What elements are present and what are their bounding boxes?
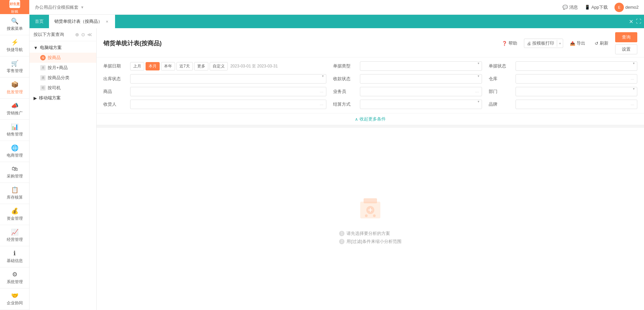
date-btn-custom[interactable]: 自定义 <box>210 62 228 70</box>
left-panel-header: 按以下方案查询 ⊕ ⊙ ≪ <box>30 28 96 41</box>
staff-input[interactable]: ··· <box>360 87 482 96</box>
tab-sales-stats[interactable]: 销货单统计表（按商品） ✕ <box>49 15 115 28</box>
tree-child-by-category[interactable]: 类 按商品分类 <box>30 73 96 83</box>
sidebar-item-ecommerce[interactable]: 🌐 电商管理 <box>0 141 29 162</box>
sidebar-item-finance[interactable]: 💰 资金管理 <box>0 204 29 225</box>
sidebar-item-retail[interactable]: 🛒 零售管理 <box>0 56 29 78</box>
operations-label: 经营管理 <box>7 237 23 243</box>
brand-input[interactable]: ··· <box>516 100 637 109</box>
basic-icon: ℹ <box>13 250 16 257</box>
app-download-btn[interactable]: 📱 App下载 <box>585 4 608 10</box>
page-actions: ❓ 帮助 🖨 按模板打印 ▾ 📤 导出 <box>499 32 637 54</box>
user-area[interactable]: E demo2 <box>614 3 639 12</box>
scheme-icon-product: 按 <box>40 55 46 60</box>
print-dropdown-btn[interactable]: ▾ <box>557 40 563 47</box>
avatar-initial: E <box>618 5 621 9</box>
help-btn[interactable]: ❓ 帮助 <box>499 39 520 48</box>
out-control: 已出库 ▾ <box>130 74 326 84</box>
add-scheme-icon[interactable]: ⊕ <box>75 32 79 37</box>
svg-point-5 <box>365 214 368 217</box>
inventory-icon: 📋 <box>11 186 18 194</box>
payment-input[interactable] <box>360 100 482 109</box>
sidebar-item-sales[interactable]: 📊 销售管理 <box>0 120 29 141</box>
collapse-bar[interactable]: ∧ 收起更多条件 <box>97 113 644 125</box>
date-btn-last-month[interactable]: 上月 <box>130 62 144 70</box>
search-icon: 🔍 <box>11 17 18 25</box>
warehouse-input[interactable]: ··· <box>516 74 637 84</box>
filter-row-2: 出库状态 已出库 ▾ 收款状态 ▾ <box>103 74 637 84</box>
refresh-btn[interactable]: ↺ 刷新 <box>592 39 611 48</box>
quick-nav-label: 快捷导航 <box>7 47 23 53</box>
sidebar-item-system[interactable]: ⚙ 系统管理 <box>0 267 29 289</box>
date-btn-this-month[interactable]: 本月 <box>146 62 160 70</box>
date-btn-this-year[interactable]: 本年 <box>161 62 175 70</box>
tab-expand-icon[interactable]: ⛶ <box>636 18 641 24</box>
staff-control: ··· <box>360 87 482 96</box>
svg-point-6 <box>373 214 376 217</box>
tab-close-all-icon[interactable]: ✕ <box>629 18 633 25</box>
recv-input[interactable] <box>360 74 482 84</box>
dept-input[interactable] <box>516 87 637 96</box>
print-btn[interactable]: 🖨 按模板打印 <box>524 39 557 48</box>
tab-home-label: 首页 <box>35 18 44 24</box>
receiver-input[interactable]: ··· <box>130 100 326 109</box>
sidebar-item-marketing[interactable]: 📣 营销推广 <box>0 99 29 120</box>
content-area: 按以下方案查询 ⊕ ⊙ ≪ ▼ 电脑端方案 按 按商品 月 按月 <box>30 28 644 310</box>
tree-child-by-product[interactable]: 按 按商品 <box>30 53 96 63</box>
sidebar-item-purchase[interactable]: 🛍 采购管理 <box>0 162 29 183</box>
export-btn[interactable]: 📤 导出 <box>567 39 588 48</box>
tree-child-by-month-product[interactable]: 月 按月+商品 <box>30 63 96 73</box>
basic-label: 基础信息 <box>7 258 23 264</box>
out-label: 出库状态 <box>103 76 130 82</box>
sidebar-quick-nav[interactable]: ⚡ 快捷导航 <box>0 35 29 56</box>
query-button[interactable]: 查询 <box>615 32 637 42</box>
collab-label: 企业协同 <box>7 300 23 306</box>
tab-home[interactable]: 首页 <box>30 15 49 28</box>
scheme-icon-month: 月 <box>40 65 46 70</box>
logo-text: 标账 <box>11 9 18 14</box>
msg-btn[interactable]: 💬 消息 <box>562 4 578 10</box>
recv-control: ▾ <box>360 74 482 84</box>
goods-input[interactable]: ··· <box>130 87 326 96</box>
tree-parent-mobile[interactable]: ▶ 移动端方案 <box>30 93 96 103</box>
refresh-label: 刷新 <box>600 40 608 46</box>
left-panel-icons: ⊕ ⊙ ≪ <box>75 32 92 37</box>
date-btn-more[interactable]: 更多 <box>194 62 208 70</box>
tree-parent-desktop[interactable]: ▼ 电脑端方案 <box>30 43 96 53</box>
settings-scheme-icon[interactable]: ⊙ <box>81 32 85 37</box>
tree-child-label-product: 按商品 <box>48 55 61 61</box>
empty-illustration <box>354 192 387 225</box>
tree-child-by-driver[interactable]: 司 按司机 <box>30 83 96 93</box>
sidebar-search[interactable]: 🔍 搜索菜单 <box>0 14 29 35</box>
sidebar-item-operations[interactable]: 📈 经营管理 <box>0 225 29 246</box>
tab-close-btn[interactable]: ✕ <box>104 19 110 24</box>
date-btn-7days[interactable]: 近7天 <box>176 62 193 70</box>
topbar: 办公用品行业模拟账套 ▾ 💬 消息 📱 App下载 E demo2 <box>30 0 644 15</box>
export-icon: 📤 <box>570 41 575 46</box>
sidebar-item-inventory[interactable]: 📋 库存核算 <box>0 183 29 204</box>
tab-sales-stats-label: 销货单统计表（按商品） <box>54 18 102 24</box>
help-label: 帮助 <box>508 40 517 46</box>
goods-control: ··· <box>130 87 326 96</box>
tree-expand-mobile-icon: ▶ <box>34 96 37 101</box>
msg-icon: 💬 <box>562 5 568 10</box>
filter-col-receiver: 收货人 ··· <box>103 100 333 109</box>
settings-button[interactable]: 设置 <box>615 44 637 54</box>
sidebar-item-wholesale[interactable]: 📦 批发管理 <box>0 78 29 99</box>
filter-cols-4: 收货人 ··· 结算方式 ▾ <box>103 100 637 109</box>
sidebar: 好生意 标账 🔍 搜索菜单 ⚡ 快捷导航 🛒 零售管理 📦 批发管理 📣 营销推… <box>0 0 30 310</box>
sidebar-item-collab[interactable]: 🤝 企业协同 <box>0 289 29 310</box>
export-label: 导出 <box>577 40 585 46</box>
sidebar-item-basic[interactable]: ℹ 基础信息 <box>0 246 29 267</box>
left-panel-title: 按以下方案查询 <box>34 32 64 38</box>
search-label: 搜索菜单 <box>7 26 23 32</box>
out-input[interactable]: 已出库 <box>130 74 326 84</box>
wholesale-label: 批发管理 <box>7 89 23 95</box>
purchase-label: 采购管理 <box>7 173 23 179</box>
nav-icon: ⚡ <box>11 39 18 46</box>
type-input[interactable]: 销货单 <box>360 61 482 71</box>
filter-col-payment: 结算方式 ▾ <box>333 100 488 109</box>
collapse-panel-icon[interactable]: ≪ <box>87 32 92 37</box>
payment-control: ▾ <box>360 100 482 109</box>
status-input[interactable]: 已生效 <box>516 61 637 71</box>
